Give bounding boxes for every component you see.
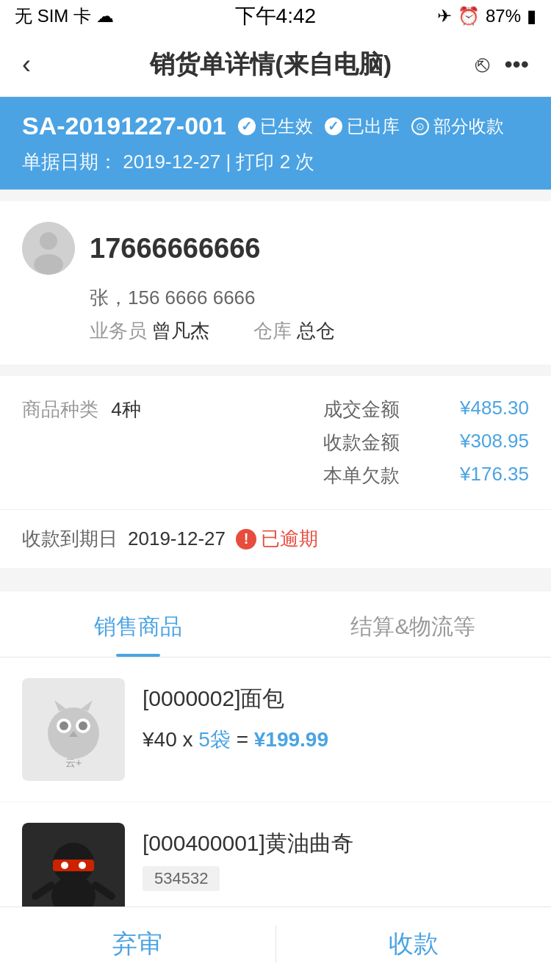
order-date: 2019-12-27 — [123, 151, 220, 173]
owed-label: 本单欠款 — [323, 463, 400, 489]
status-bar-right: ✈ ⏰ 87% ▮ — [437, 6, 536, 26]
badge-partial: ⊙ 部分收款 — [411, 115, 504, 138]
tab-sales-products[interactable]: 销售商品 — [0, 591, 276, 657]
summary-section: 商品种类 4种 成交金额 ¥485.30 收款金额 ¥308.95 本单欠款 ¥… — [0, 376, 551, 509]
badge-shipped: ✓ 已出库 — [325, 115, 400, 138]
summary-right: 成交金额 ¥485.30 收款金额 ¥308.95 本单欠款 ¥176.35 — [323, 397, 529, 489]
order-header: SA-20191227-001 ✓ 已生效 ✓ 已出库 ⊙ 部分收款 单据日期：… — [0, 97, 551, 190]
product-equals-1: = — [237, 728, 254, 751]
warehouse-info: 仓库 总仓 — [253, 318, 335, 344]
bottom-bar: 弃审 收款 — [0, 907, 551, 980]
customer-phone: 17666666666 — [90, 233, 260, 264]
due-date: 2019-12-27 — [128, 527, 226, 550]
customer-row: 17666666666 — [22, 222, 529, 275]
order-id-row: SA-20191227-001 ✓ 已生效 ✓ 已出库 ⊙ 部分收款 — [22, 112, 529, 140]
svg-rect-15 — [53, 860, 94, 871]
avatar — [22, 222, 75, 275]
due-section: 收款到期日 2019-12-27 ! 已逾期 — [0, 509, 551, 568]
badge-effective: ✓ 已生效 — [238, 115, 313, 138]
product-type-count: 4种 — [111, 398, 140, 420]
svg-text:云+: 云+ — [65, 757, 82, 768]
status-bar-time: 下午4:42 — [235, 2, 317, 30]
product-image-1: 云+ — [22, 678, 125, 781]
product-price-row-1: ¥40 x 5袋 = ¥199.99 — [143, 726, 529, 754]
product-info-1: [0000002]面包 ¥40 x 5袋 = ¥199.99 — [143, 678, 529, 781]
product-type-label: 商品种类 — [22, 398, 98, 420]
product-qty-1: 5袋 — [198, 728, 231, 751]
order-date-row: 单据日期： 2019-12-27 | 打印 2 次 — [22, 149, 529, 175]
divider-1 — [0, 364, 551, 376]
product-sku-badge: 534532 — [143, 866, 220, 891]
due-label: 收款到期日 — [22, 526, 118, 552]
status-bar-left: 无 SIM 卡 ☁ — [15, 4, 114, 28]
product-title-2: 黄油曲奇 — [265, 831, 353, 855]
order-id: SA-20191227-001 — [22, 112, 226, 140]
more-icon[interactable]: ••• — [504, 51, 529, 78]
product-multiply-1: x — [183, 728, 199, 751]
collect-payment-button[interactable]: 收款 — [276, 912, 552, 976]
location-icon: ✈ — [437, 6, 452, 26]
customer-name-row: 张，156 6666 6666 — [22, 285, 529, 311]
overdue-badge: ! 已逾期 — [236, 526, 318, 552]
svg-point-1 — [40, 232, 57, 250]
tab-settlement-label: 结算&物流等 — [350, 614, 475, 638]
sales-info: 业务员 曾凡杰 — [90, 318, 209, 344]
abandon-review-button[interactable]: 弃审 — [0, 912, 276, 976]
svg-point-16 — [61, 862, 68, 869]
amount-value: ¥485.30 — [460, 397, 529, 422]
status-bar: 无 SIM 卡 ☁ 下午4:42 ✈ ⏰ 87% ▮ — [0, 0, 551, 32]
amount-row: 成交金额 ¥485.30 — [323, 397, 529, 422]
warehouse-label: 仓库 — [253, 320, 292, 342]
badge-effective-label: 已生效 — [260, 115, 313, 138]
amount-label: 成交金额 — [323, 397, 400, 422]
date-label: 单据日期： — [22, 151, 118, 173]
product-code-2: [000400001] — [143, 831, 265, 855]
received-label: 收款金额 — [323, 430, 400, 455]
product-total-1: ¥199.99 — [254, 728, 328, 751]
customer-meta-row: 业务员 曾凡杰 仓库 总仓 — [22, 318, 529, 344]
sim-status: 无 SIM 卡 ☁ — [15, 4, 114, 28]
battery-icon: ▮ — [527, 6, 536, 26]
share-icon[interactable]: ⎋ — [475, 51, 489, 78]
received-row: 收款金额 ¥308.95 — [323, 430, 529, 455]
summary-left: 商品种类 4种 — [22, 397, 141, 422]
summary-row: 商品种类 4种 成交金额 ¥485.30 收款金额 ¥308.95 本单欠款 ¥… — [22, 397, 529, 489]
svg-point-8 — [79, 721, 87, 730]
product-unit-price-1: ¥40 — [143, 728, 177, 751]
svg-point-17 — [79, 862, 86, 869]
back-button[interactable]: ‹ — [22, 49, 66, 80]
customer-section: 17666666666 张，156 6666 6666 业务员 曾凡杰 仓库 总… — [0, 201, 551, 364]
overdue-label: 已逾期 — [261, 526, 318, 552]
tab-settlement[interactable]: 结算&物流等 — [276, 591, 551, 657]
clock-icon: ⊙ — [411, 118, 429, 135]
svg-point-2 — [34, 254, 63, 275]
nav-actions: ⎋ ••• — [475, 51, 529, 78]
battery-level: 87% — [486, 6, 521, 26]
print-info: | 打印 2 次 — [226, 151, 314, 173]
sales-label: 业务员 — [90, 320, 147, 342]
product-title-1: 面包 — [240, 686, 284, 710]
page-title: 销货单详情(来自电脑) — [150, 48, 392, 82]
overdue-icon: ! — [236, 529, 256, 550]
badge-partial-label: 部分收款 — [433, 115, 504, 138]
divider-2 — [0, 568, 551, 580]
sales-name: 曾凡杰 — [152, 320, 209, 342]
product-name-2: [000400001]黄油曲奇 — [143, 829, 529, 859]
warehouse-name: 总仓 — [297, 320, 335, 342]
tabs-section: 销售商品 结算&物流等 — [0, 591, 551, 952]
tabs-header: 销售商品 结算&物流等 — [0, 591, 551, 657]
svg-point-7 — [60, 721, 68, 730]
product-code-1: [0000002] — [143, 686, 240, 710]
received-value: ¥308.95 — [460, 430, 529, 455]
product-item: 云+ [0000002]面包 ¥40 x 5袋 = ¥199.99 — [0, 657, 551, 802]
nav-bar: ‹ 销货单详情(来自电脑) ⎋ ••• — [0, 32, 551, 97]
product-type-item: 商品种类 4种 — [22, 397, 141, 422]
product-name-1: [0000002]面包 — [143, 684, 529, 714]
owed-row: 本单欠款 ¥176.35 — [323, 463, 529, 489]
tab-sales-label: 销售商品 — [94, 614, 182, 638]
check-icon-1: ✓ — [238, 118, 256, 135]
check-icon-2: ✓ — [325, 118, 342, 135]
owed-value: ¥176.35 — [460, 463, 529, 489]
badge-shipped-label: 已出库 — [347, 115, 400, 138]
alarm-icon: ⏰ — [458, 6, 480, 26]
